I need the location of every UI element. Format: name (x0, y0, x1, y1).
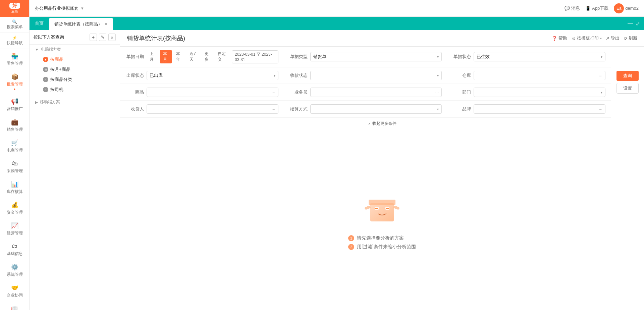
by-month-goods-icon: ⊞ (43, 67, 48, 72)
enterprise-label: 企业协同 (7, 293, 23, 298)
empty-tip-1: 1 请先选择要分析的方案 (348, 235, 416, 241)
marketing-label: 营销推广 (7, 106, 23, 112)
doc-status-arrow: ▾ (601, 55, 602, 59)
sidebar-item-sales[interactable]: 💼 销售管理 (0, 115, 29, 136)
refresh-icon: ↺ (624, 36, 627, 41)
out-status-value: 已出库 (150, 72, 163, 79)
finance-label: 资金管理 (7, 210, 23, 215)
doc-type-control[interactable]: 销货单 ▾ (310, 52, 442, 61)
sidebar-item-purchase[interactable]: 🛍 采购管理 (0, 157, 29, 177)
search-icon: 🔍 (12, 19, 17, 24)
ecommerce-icon: 🛒 (11, 139, 18, 147)
collapse-panel-btn[interactable]: « (108, 34, 116, 41)
industry-dropdown-icon[interactable]: ▾ (81, 6, 84, 11)
date-range-text[interactable]: 2023-03-01 至 2023-03-31 (232, 50, 278, 63)
sidebar-item-quick[interactable]: ⚡ 快捷导航 (0, 33, 29, 49)
doc-type-label: 单据类型 (289, 54, 308, 60)
goods-control[interactable]: ··· (147, 88, 278, 97)
top-bar: 办公用品行业模拟账套 ▾ 💬 消息 📱 App下载 Ea demo2 (30, 0, 644, 17)
sidebar-item-finance[interactable]: 💰 资金管理 (0, 198, 29, 219)
tab-minimize-icon[interactable]: — (628, 20, 633, 27)
query-button[interactable]: 查询 (616, 71, 639, 81)
brand-control[interactable]: ··· (474, 104, 605, 114)
sidebar-item-retail[interactable]: 🏪 零售管理 (0, 49, 29, 70)
edit-scheme-btn[interactable]: ✎ (99, 34, 106, 41)
tab-bar-actions: — ⤢ (628, 20, 644, 27)
by-month-goods-label: 按月+商品 (50, 66, 70, 72)
filter-salesman: 业务员 ··· (284, 84, 447, 101)
sidebar-item-enterprise[interactable]: 🤝 企业协同 (0, 281, 29, 302)
tree-item-by-goods[interactable]: ● 按商品 (40, 54, 120, 64)
receiver-control[interactable]: ··· (147, 104, 278, 114)
message-icon: 💬 (565, 6, 570, 11)
salesman-control[interactable]: ··· (310, 88, 442, 97)
app-name: 标版 (11, 9, 18, 14)
sidebar-item-marketing[interactable]: 📢 营销推广 (0, 94, 29, 115)
sidebar-item-system[interactable]: ⚙️ 系统管理 (0, 260, 29, 281)
date-btn-more[interactable]: 更多 (202, 50, 214, 63)
sidebar-item-wholesale[interactable]: 📦 批发管理 ▲ (0, 70, 29, 94)
filter-receipt-status: 收款状态 ▾ (284, 67, 447, 84)
date-btn-this-year[interactable]: 本年 (173, 50, 185, 63)
dept-control[interactable]: ▾ (474, 88, 605, 97)
date-btn-custom[interactable]: 自定义 (215, 50, 230, 63)
salesman-dots: ··· (435, 90, 439, 95)
svg-rect-5 (386, 208, 389, 209)
tab-home[interactable]: 首页 (30, 17, 49, 30)
doc-status-control[interactable]: 已生效 ▾ (474, 52, 605, 61)
operations-icon: 📈 (11, 222, 18, 229)
sidebar-item-guide[interactable]: 📖 新手引导 (0, 302, 29, 310)
by-category-label: 按商品分类 (50, 76, 72, 83)
template-print-btn[interactable]: 🖨 按模板打印 ▾ (571, 35, 602, 41)
tab-bar: 首页 销货单统计表（按商品） ✕ — ⤢ (30, 17, 644, 30)
svg-rect-6 (364, 205, 371, 210)
refresh-btn[interactable]: ↺ 刷新 (624, 35, 637, 41)
expand-pc-icon[interactable]: ▼ (35, 47, 39, 52)
tree-item-by-month-goods[interactable]: ⊞ 按月+商品 (40, 64, 120, 74)
payment-label: 结算方式 (289, 106, 308, 112)
goods-dots: ··· (272, 90, 275, 95)
app-download-btn[interactable]: 📱 App下载 (585, 5, 608, 11)
add-scheme-btn[interactable]: + (90, 34, 97, 41)
sidebar-item-operations[interactable]: 📈 经营管理 (0, 219, 29, 240)
tip-1-text: 请先选择要分析的方案 (357, 235, 404, 241)
tab-maximize-icon[interactable]: ⤢ (636, 20, 640, 27)
sidebar-item-inventory[interactable]: 📊 库存核算 (0, 177, 29, 198)
page-title: 销货单统计表(按商品) (127, 34, 185, 42)
sidebar-item-basic[interactable]: 🗂 基础信息 (0, 240, 29, 260)
filter-payment: 结算方式 ▾ (284, 101, 447, 117)
marketing-icon: 📢 (11, 98, 18, 105)
sidebar-item-search[interactable]: 🔍 搜索菜单 (0, 17, 29, 33)
filter-goods: 商品 ··· (120, 84, 284, 101)
content-area: 按以下方案查询 + ✎ « ▼ 电脑端方案 ● 按商品 ⊞ 按月+商品 (30, 30, 644, 310)
tab-close-icon[interactable]: ✕ (104, 22, 108, 27)
date-btn-last-month[interactable]: 上月 (147, 50, 159, 63)
tree-item-by-category[interactable]: ≡ 按商品分类 (40, 74, 120, 85)
query-panel: 单据日期 上月 本月 本年 近7天 更多 自定义 (120, 47, 644, 129)
filter-dept: 部门 ▾ (447, 84, 611, 101)
left-panel-actions: + ✎ « (90, 34, 116, 41)
filter-doc-status: 单据状态 已生效 ▾ (447, 47, 611, 67)
warehouse-control[interactable]: ··· (474, 71, 605, 80)
receipt-status-control[interactable]: ▾ (310, 71, 442, 80)
out-status-control[interactable]: 已出库 ▾ (147, 71, 278, 80)
industry-name: 办公用品行业模拟账套 (35, 5, 78, 11)
date-btn-this-month[interactable]: 本月 (160, 50, 172, 63)
tree-item-by-driver[interactable]: ≡ 按司机 (40, 85, 120, 95)
help-btn[interactable]: ❓ 帮助 (552, 35, 567, 41)
message-btn[interactable]: 💬 消息 (565, 5, 580, 11)
date-btn-7days[interactable]: 近7天 (186, 50, 200, 63)
expand-mobile-icon[interactable]: ▶ (35, 100, 38, 105)
settings-button[interactable]: 设置 (616, 83, 639, 94)
left-panel-header: 按以下方案查询 + ✎ « (30, 30, 120, 45)
user-area[interactable]: Ea demo2 (614, 3, 639, 13)
filter-warehouse: 仓库 ··· (447, 67, 611, 84)
basic-icon: 🗂 (12, 243, 18, 250)
export-btn[interactable]: ↗ 导出 (606, 35, 620, 41)
svg-rect-7 (393, 205, 400, 210)
payment-control[interactable]: ▾ (310, 104, 442, 114)
app-download-label: App下载 (592, 5, 608, 11)
tab-report[interactable]: 销货单统计表（按商品） ✕ (49, 18, 113, 30)
collapse-row[interactable]: ∧ 收起更多条件 (120, 118, 644, 129)
sidebar-item-ecommerce[interactable]: 🛒 电商管理 (0, 136, 29, 157)
